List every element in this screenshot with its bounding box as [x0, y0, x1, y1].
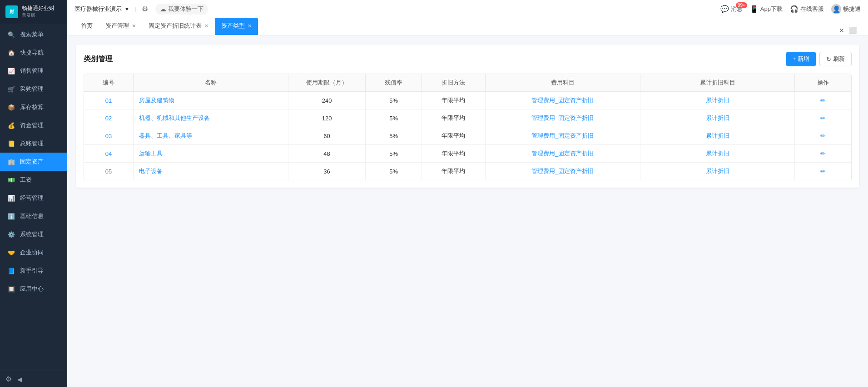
cell-code: 04	[84, 145, 133, 163]
sidebar-item-label: 企业协同	[20, 248, 44, 257]
guide-icon: 📘	[7, 267, 15, 275]
cell-method: 年限平均	[422, 127, 485, 145]
content-card: 类别管理 + 新增 ↻ 刷新 编号 名称 使用期限（月）	[76, 45, 859, 188]
sidebar-item-guide[interactable]: 📘 新手引导	[0, 262, 67, 280]
sidebar-item-enterprise[interactable]: 🤝 企业协同	[0, 243, 67, 262]
close-window-button[interactable]: ✕	[837, 26, 846, 35]
sidebar-title: 畅捷通好业财	[22, 5, 55, 12]
sidebar-item-system[interactable]: ⚙️ 系统管理	[0, 225, 67, 243]
basic-info-icon: ℹ️	[7, 212, 15, 220]
edit-button[interactable]: ✏	[820, 132, 826, 139]
message-button[interactable]: 💬 消息 99+	[720, 5, 743, 13]
home-icon: 🏠	[7, 49, 15, 57]
col-header-name: 名称	[133, 74, 288, 92]
dropdown-icon: ▼	[124, 6, 129, 12]
sidebar-item-payroll[interactable]: 💵 工资	[0, 171, 67, 189]
sidebar-item-sales[interactable]: 📈 销售管理	[0, 62, 67, 80]
fixed-assets-icon: 🏢	[7, 158, 15, 166]
logo-icon: 财	[5, 5, 18, 18]
system-icon: ⚙️	[7, 230, 15, 238]
refresh-label: 刷新	[833, 55, 845, 63]
sidebar-item-label: 经营管理	[20, 194, 44, 202]
cell-salvage: 5%	[366, 145, 422, 163]
table-row: 02 机器、机械和其他生产设备 120 5% 年限平均 管理费用_固定资产折旧 …	[84, 109, 851, 127]
module-selector[interactable]: 医疗器械行业演示 ▼	[74, 5, 129, 13]
tab-asset-type[interactable]: 资产类型 ✕	[215, 18, 258, 35]
operations-icon: 📊	[7, 194, 15, 202]
sidebar-item-fixed-assets[interactable]: 🏢 固定资产	[0, 153, 67, 171]
tab-asset-mgmt[interactable]: 资产管理 ✕	[99, 18, 142, 35]
tab-close-icon[interactable]: ✕	[132, 23, 136, 29]
tab-depreciation[interactable]: 固定资产折旧统计表 ✕	[142, 18, 215, 35]
edit-button[interactable]: ✏	[820, 114, 826, 122]
table-row: 01 房屋及建筑物 240 5% 年限平均 管理费用_固定资产折旧 累计折旧 ✏	[84, 92, 851, 109]
cell-months: 240	[288, 92, 365, 109]
module-name: 医疗器械行业演示	[74, 5, 122, 13]
maximize-window-button[interactable]: ⬜	[848, 26, 857, 35]
sidebar-item-purchase[interactable]: 🛒 采购管理	[0, 80, 67, 98]
col-header-months: 使用期限（月）	[288, 74, 365, 92]
cell-months: 60	[288, 127, 365, 145]
enterprise-icon: 🤝	[7, 248, 15, 257]
tab-home[interactable]: 首页	[74, 18, 99, 35]
sidebar-item-label: 采购管理	[20, 85, 44, 93]
edit-button[interactable]: ✏	[820, 97, 826, 104]
col-header-salvage: 残值率	[366, 74, 422, 92]
cell-months: 48	[288, 145, 365, 163]
page-title: 类别管理	[84, 55, 113, 64]
avatar: 👤	[831, 4, 841, 14]
cell-accumulate: 累计折旧	[640, 127, 795, 145]
cell-months: 36	[288, 163, 365, 180]
window-controls: ✕ ⬜	[833, 26, 861, 35]
user-name: 畅捷通	[843, 5, 861, 13]
topbar-right: 💬 消息 99+ 📱 App下载 🎧 在线客服 👤 畅捷通	[720, 4, 861, 14]
edit-button[interactable]: ✏	[820, 168, 826, 175]
cell-accumulate: 累计折旧	[640, 163, 795, 180]
cell-salvage: 5%	[366, 127, 422, 145]
experience-button[interactable]: ☁ 我要体验一下	[155, 4, 208, 15]
sidebar-item-inventory[interactable]: 📦 库存核算	[0, 98, 67, 116]
sidebar-item-label: 销售管理	[20, 67, 44, 75]
cell-name: 机器、机械和其他生产设备	[133, 109, 288, 127]
tab-close-icon[interactable]: ✕	[248, 23, 252, 29]
sidebar-item-quick-nav[interactable]: 🏠 快捷导航	[0, 44, 67, 62]
cell-expense: 管理费用_固定资产折旧	[485, 92, 640, 109]
sales-icon: 📈	[7, 67, 15, 75]
sidebar-item-basic-info[interactable]: ℹ️ 基础信息	[0, 207, 67, 225]
sidebar-item-search[interactable]: 🔍 搜索菜单	[0, 25, 67, 44]
tab-label: 资产管理	[105, 22, 129, 30]
sidebar-item-label: 搜索菜单	[20, 30, 44, 39]
tab-close-icon[interactable]: ✕	[204, 23, 208, 29]
refresh-button[interactable]: ↻ 刷新	[819, 52, 852, 66]
ledger-icon: 📒	[7, 139, 15, 148]
sidebar-item-app-center[interactable]: 🔲 应用中心	[0, 280, 67, 298]
table-row: 03 器具、工具、家具等 60 5% 年限平均 管理费用_固定资产折旧 累计折旧…	[84, 127, 851, 145]
tab-label: 固定资产折旧统计表	[149, 22, 202, 30]
sidebar-item-label: 系统管理	[20, 230, 44, 238]
capital-icon: 💰	[7, 121, 15, 129]
col-header-action: 操作	[795, 74, 851, 92]
customer-service-button[interactable]: 🎧 在线客服	[790, 5, 824, 13]
new-button[interactable]: + 新增	[786, 52, 816, 66]
cell-name: 运输工具	[133, 145, 288, 163]
sidebar-item-capital[interactable]: 💰 资金管理	[0, 116, 67, 134]
sidebar-item-operations[interactable]: 📊 经营管理	[0, 189, 67, 207]
sidebar-item-label: 新手引导	[20, 267, 44, 275]
sidebar-item-ledger[interactable]: 📒 总账管理	[0, 134, 67, 153]
cell-salvage: 5%	[366, 163, 422, 180]
settings-icon[interactable]: ⚙	[5, 375, 12, 383]
col-header-code: 编号	[84, 74, 133, 92]
content-header: 类别管理 + 新增 ↻ 刷新	[84, 52, 852, 66]
settings-gear-icon[interactable]: ⚙	[142, 5, 148, 13]
cell-salvage: 5%	[366, 109, 422, 127]
app-download-button[interactable]: 📱 App下载	[750, 5, 783, 13]
edit-button[interactable]: ✏	[820, 150, 826, 157]
inventory-icon: 📦	[7, 103, 15, 111]
tab-label: 资产类型	[221, 22, 245, 30]
message-badge: 99+	[736, 2, 747, 8]
cell-name: 电子设备	[133, 163, 288, 180]
user-menu[interactable]: 👤 畅捷通	[831, 4, 861, 14]
sidebar-nav: 🔍 搜索菜单 🏠 快捷导航 📈 销售管理 🛒 采购管理 📦 库存核算 💰 资金管…	[0, 24, 67, 371]
collapse-icon[interactable]: ◀	[17, 376, 22, 383]
sidebar-item-label: 基础信息	[20, 212, 44, 220]
